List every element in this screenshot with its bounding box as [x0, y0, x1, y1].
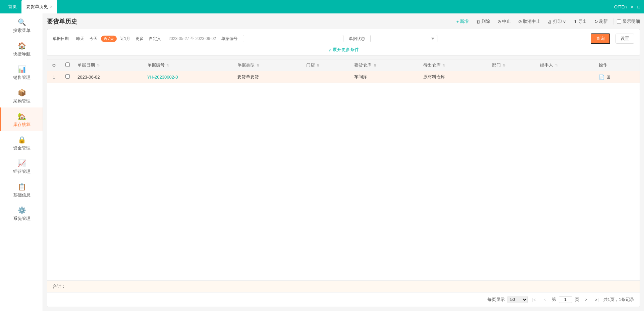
sidebar-item-operation[interactable]: 📈 经营管理: [0, 154, 43, 178]
expand-more-btn[interactable]: ∨ 展开更多条件: [53, 47, 634, 53]
date-btn-last-month[interactable]: 近1月: [118, 36, 132, 42]
row-checkbox[interactable]: [65, 74, 70, 79]
show-detail-label: 显示明细: [623, 18, 640, 25]
row-checkbox-cell[interactable]: [61, 71, 74, 83]
no-col-label: 单据编号: [147, 62, 165, 68]
sidebar-item-inventory[interactable]: 🏡 库存核算: [0, 107, 43, 131]
date-range-text: 2023-05-27 至 2023-06-02: [168, 36, 216, 42]
type-col-label: 单据类型: [237, 62, 255, 68]
print-icon: 🖨: [548, 19, 552, 24]
row-no-link[interactable]: YH-20230602-0: [147, 75, 178, 80]
page-header: 要货单历史 + 新增 🗑 删除 ⊘ 中止 ⊘ 取消中止: [47, 17, 640, 26]
type-column-header[interactable]: 单据类型 ⇅: [234, 59, 303, 71]
sidebar-item-label: 采购管理: [13, 98, 31, 104]
req-warehouse-column-header[interactable]: 要货仓库 ⇅: [351, 59, 420, 71]
next-page-btn[interactable]: ＞: [582, 296, 590, 303]
sidebar-item-label: 搜索菜单: [13, 28, 31, 34]
export-button[interactable]: ⬆ 导出: [572, 18, 589, 25]
new-button[interactable]: + 新增: [454, 18, 471, 25]
date-btn-custom[interactable]: 自定义: [147, 36, 163, 42]
no-column-header[interactable]: 单据编号 ⇅: [144, 59, 234, 71]
prev-page-btn[interactable]: ＜: [541, 296, 549, 303]
date-filter-label: 单据日期: [53, 36, 69, 42]
tab-requisition-history[interactable]: 要货单历史 ×: [21, 0, 57, 13]
filter-row-1: 单据日期 昨天 今天 近7天 近1月 更多 自定义 2023-05-27 至 2…: [53, 33, 634, 44]
table-row[interactable]: 1 2023-06-02 YH-20230602-0 要货单要货 车间库 原材料…: [47, 71, 640, 83]
table-container: ⚙ 单据日期 ⇅ 单据编号 ⇅ 单据类型: [47, 59, 640, 307]
main-layout: 🔍 搜索菜单 🏠 快捷导航 📊 销售管理 📦 采购管理 🏡 库存核算 🔒 资金管…: [0, 13, 644, 311]
table-header: ⚙ 单据日期 ⇅ 单据编号 ⇅ 单据类型: [47, 59, 640, 71]
sidebar-item-finance[interactable]: 🔒 资金管理: [0, 131, 43, 154]
page-label: 第: [552, 297, 556, 303]
close-window-icon[interactable]: ×: [631, 4, 634, 9]
dept-column-header[interactable]: 部门 ⇅: [489, 59, 537, 71]
settings-button[interactable]: 设置: [615, 34, 634, 44]
row-req-warehouse: 车间库: [351, 71, 420, 83]
table-body: 1 2023-06-02 YH-20230602-0 要货单要货 车间库 原材料…: [47, 71, 640, 83]
date-btn-today[interactable]: 今天: [88, 36, 100, 42]
last-page-btn[interactable]: >|: [593, 297, 601, 303]
inventory-icon: 🏡: [18, 112, 26, 120]
top-bar: 首页 要货单历史 × OfTEn × □: [0, 0, 644, 13]
first-page-btn[interactable]: |<: [530, 297, 538, 303]
store-col-label: 门店: [306, 62, 315, 68]
sum-label: 合计：: [53, 283, 66, 290]
often-label[interactable]: OfTEn: [614, 4, 627, 9]
show-detail-checkbox[interactable]: 显示明细: [617, 18, 640, 25]
date-btn-yesterday[interactable]: 昨天: [74, 36, 86, 42]
tab-close-icon[interactable]: ×: [50, 4, 52, 9]
show-detail-input[interactable]: [617, 19, 621, 24]
sidebar-item-label: 销售管理: [13, 75, 31, 81]
page-size-select[interactable]: 50 10 20 100: [507, 296, 528, 303]
store-column-header[interactable]: 门店 ⇅: [303, 59, 351, 71]
dept-sort-icon: ⇅: [503, 63, 505, 67]
dept-col-label: 部门: [492, 62, 501, 68]
page-input[interactable]: [559, 296, 572, 303]
row-pending-warehouse: 原材料仓库: [420, 71, 489, 83]
stop-button[interactable]: ⊘ 中止: [495, 18, 513, 25]
tab-home-label: 首页: [8, 4, 17, 10]
select-all-checkbox[interactable]: [65, 62, 70, 67]
stop-icon: ⊘: [497, 19, 501, 24]
view-action-btn[interactable]: 📄: [599, 74, 604, 80]
handler-col-label: 经手人: [540, 62, 553, 68]
sidebar-item-search-menu[interactable]: 🔍 搜索菜单: [0, 13, 43, 37]
sidebar-item-purchase[interactable]: 📦 采购管理: [0, 84, 43, 107]
date-column-header[interactable]: 单据日期 ⇅: [74, 59, 144, 71]
edit-action-btn[interactable]: ⊞: [606, 74, 610, 80]
print-button[interactable]: 🖨 打印 ∨: [546, 18, 568, 25]
no-sort-icon: ⇅: [166, 63, 169, 67]
checkbox-column-header[interactable]: [61, 59, 74, 71]
cancel-stop-button[interactable]: ⊘ 取消中止: [516, 18, 542, 25]
doc-no-input[interactable]: [243, 35, 343, 42]
date-btn-last7[interactable]: 近7天: [101, 36, 117, 42]
row-date: 2023-06-02: [74, 71, 144, 83]
table-footer: 合计：: [47, 280, 640, 292]
row-type: 要货单要货: [234, 71, 303, 83]
sidebar-item-basic-info[interactable]: 📋 基础信息: [0, 178, 43, 202]
date-btn-more[interactable]: 更多: [133, 36, 146, 42]
finance-icon: 🔒: [18, 136, 26, 144]
action-column-header: 操作: [595, 59, 640, 71]
expand-more-icon: ∨: [328, 47, 331, 52]
sidebar-item-sales[interactable]: 📊 销售管理: [0, 60, 43, 84]
maximize-icon[interactable]: □: [637, 4, 640, 9]
row-index: 1: [47, 71, 61, 83]
pending-warehouse-column-header[interactable]: 待出仓库 ⇅: [420, 59, 489, 71]
query-button[interactable]: 查询: [591, 33, 610, 44]
handler-column-header[interactable]: 经手人 ⇅: [537, 59, 595, 71]
delete-label: 删除: [481, 18, 490, 25]
status-select[interactable]: [370, 35, 437, 42]
purchase-icon: 📦: [18, 89, 26, 97]
date-filter-buttons: 昨天 今天 近7天 近1月 更多 自定义: [74, 36, 163, 42]
sidebar: 🔍 搜索菜单 🏠 快捷导航 📊 销售管理 📦 采购管理 🏡 库存核算 🔒 资金管…: [0, 13, 43, 311]
refresh-button[interactable]: ↻ 刷新: [592, 18, 610, 25]
handler-sort-icon: ⇅: [555, 63, 558, 67]
delete-button[interactable]: 🗑 删除: [474, 18, 492, 25]
sidebar-item-quick-nav[interactable]: 🏠 快捷导航: [0, 37, 43, 60]
settings-column-header[interactable]: ⚙: [47, 59, 61, 71]
system-icon: ⚙️: [18, 206, 26, 214]
sidebar-item-system[interactable]: ⚙️ 系统管理: [0, 202, 43, 225]
row-dept: [489, 71, 537, 83]
tab-home[interactable]: 首页: [3, 0, 21, 13]
